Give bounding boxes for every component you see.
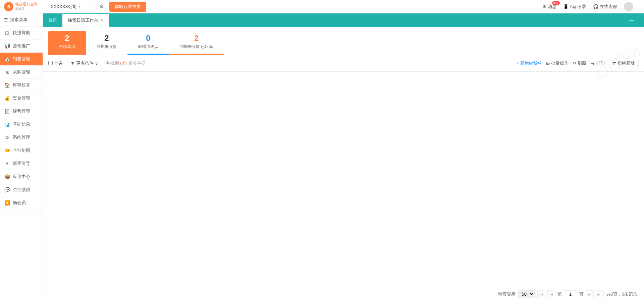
total-text: 共0页，0条记录 [606, 291, 637, 297]
online-service-label: 在线客服 [600, 4, 617, 10]
sidebar-item-purchase[interactable]: 🛍 采购管理 [0, 66, 43, 79]
sidebar-item-label: 基础信息 [13, 121, 30, 127]
sidebar-item-marketing[interactable]: 📢 营销推广 [0, 40, 43, 53]
pagination-bar: 每页显示 50 |◀ ◀ 第 页 ▶ ▶| 共0页，0条记录 [43, 286, 644, 302]
sidebar-search[interactable]: ☰ 搜索菜单 [0, 13, 43, 26]
page-suffix: 页 [579, 291, 584, 297]
logo-sub: 标准版 [15, 7, 38, 11]
tab-home[interactable]: 首页 [43, 13, 62, 27]
marketing-icon: 📢 [4, 43, 10, 49]
sidebar-item-system[interactable]: ⚙ 系统管理 [0, 131, 43, 144]
sidebar-item-member[interactable]: 🔽 畅会员 [0, 196, 43, 209]
sidebar-item-quick-nav[interactable]: ⊟ 快捷导航 [0, 26, 43, 40]
refresh-button[interactable]: ↺ 刷新 [573, 60, 586, 66]
layout: ☰ 搜索菜单 ⊟ 快捷导航 📢 营销推广 🏠 销售管理 🛍 采购管理 🏠 库存核… [0, 13, 644, 302]
search-label: 搜索菜单 [10, 17, 28, 23]
select-all-checkbox[interactable]: 全选 [48, 60, 63, 66]
per-page-label: 每页显示 [498, 291, 516, 297]
sidebar-item-finance[interactable]: 💰 资金管理 [0, 92, 43, 105]
basic-info-icon: 📊 [4, 122, 10, 127]
tab-workbench[interactable]: 钱货日清工作台 ✕ [62, 13, 109, 27]
trial-button[interactable]: 体验行业方案 [109, 2, 146, 12]
sidebar-item-enterprise[interactable]: 🤝 企业协同 [0, 144, 43, 157]
operations-icon: 📋 [4, 109, 10, 114]
refresh-label: 刷新 [578, 60, 586, 66]
sidebar-item-basic-info[interactable]: 📊 基础信息 [0, 118, 43, 131]
page-input[interactable] [564, 290, 577, 298]
first-page-button[interactable]: |◀ [537, 290, 545, 298]
enterprise-icon: 🤝 [4, 148, 10, 153]
system-icon: ⚙ [4, 135, 10, 140]
sidebar-item-sales[interactable]: 🏠 销售管理 [0, 53, 43, 66]
sidebar-item-label: 采购管理 [13, 69, 30, 75]
tab-expand-icon[interactable]: ⛶ [637, 17, 641, 23]
stat-tab-overdue[interactable]: 2 到期未收款 [86, 31, 127, 55]
last-page-button[interactable]: ▶| [596, 290, 604, 298]
filter-label: 更多条件 [76, 60, 94, 66]
finance-icon: 💰 [4, 96, 10, 101]
stats-tabs: 2 全部单据 2 到期未收款 0 旺辅待确认 2 到期未收款 已出库 [43, 27, 644, 55]
tab-minimize-icon[interactable]: — [629, 17, 634, 23]
filter-chevron-icon: ∨ [95, 61, 98, 66]
add-sales-order-button[interactable]: + 新增销货单 [516, 60, 542, 66]
page-label: 第 [557, 291, 562, 297]
online-service-button[interactable]: 🎧 在线客服 [593, 4, 617, 10]
filter-button[interactable]: ▼ 更多条件 ∨ [67, 59, 102, 68]
batch-label: 批量操作 [551, 60, 569, 66]
download-icon: 📱 [563, 4, 569, 9]
found-suffix: 相关单据 [128, 61, 146, 66]
switch-version-button[interactable]: ⇄ 切换新版 [609, 59, 639, 68]
sidebar-item-label: 经营管理 [13, 108, 30, 114]
stat-all-label: 全部单据 [59, 44, 75, 50]
sidebar-item-label: 系统管理 [13, 134, 30, 140]
top-header: 6 畅捷通好生意 标准版 XXXXXX公司 ▾ ⚙ 体验行业方案 ✉ 消息 99… [0, 0, 644, 13]
sidebar-item-label: 企业协同 [13, 147, 30, 154]
batch-operation-button[interactable]: ⊞ 批量操作 [546, 60, 569, 66]
sidebar-item-app-center[interactable]: 📦 应用中心 [0, 170, 43, 183]
toolbar-right: + 新增销货单 ⊞ 批量操作 ↺ 刷新 🖨 打印 [516, 59, 639, 68]
switch-label: 切换新版 [618, 60, 635, 66]
stat-overdue-label: 到期未收款 [97, 44, 117, 50]
sidebar-item-wechat[interactable]: 💬 企业微信 [0, 183, 43, 196]
add-btn-label: 新增销货单 [520, 60, 542, 66]
select-all-label: 全选 [54, 60, 63, 66]
message-button[interactable]: ✉ 消息 99+ [543, 4, 556, 10]
logo-area: 6 畅捷通好生意 标准版 [4, 2, 47, 11]
found-text: 共找到 0条 相关单据 [106, 60, 146, 66]
stat-overdue-number: 2 [104, 34, 109, 43]
message-icon: ✉ [543, 4, 546, 9]
sidebar: ☰ 搜索菜单 ⊟ 快捷导航 📢 营销推广 🏠 销售管理 🛍 采购管理 🏠 库存核… [0, 13, 43, 302]
app-center-icon: 📦 [4, 174, 10, 179]
sidebar-item-guide[interactable]: 🖥 新手引导 [0, 157, 43, 170]
stat-all-number: 2 [65, 34, 69, 43]
filter-icon: ▼ [70, 61, 75, 66]
settings-gear-icon[interactable]: ⚙ [97, 2, 107, 12]
prev-page-button[interactable]: ◀ [547, 290, 555, 298]
app-download-label: App下载 [570, 4, 586, 10]
stat-shipped-label: 到期未收款 已出库 [180, 44, 213, 50]
next-page-button[interactable]: ▶ [586, 290, 594, 298]
table-area: OfTEn [43, 72, 644, 286]
found-count: 0条 [120, 61, 127, 66]
refresh-icon: ↺ [573, 61, 576, 66]
quick-nav-icon: ⊟ [4, 30, 10, 36]
app-download-button[interactable]: 📱 App下载 [563, 4, 586, 10]
guide-icon: 🖥 [4, 161, 10, 166]
stat-tab-all[interactable]: 2 全部单据 [48, 31, 86, 55]
sidebar-item-operations[interactable]: 📋 经营管理 [0, 105, 43, 118]
search-icon: ☰ [4, 17, 8, 22]
per-page-select[interactable]: 50 [518, 290, 535, 298]
select-all-input[interactable] [48, 61, 53, 65]
stat-tab-wangpu[interactable]: 0 旺辅待确认 [127, 31, 169, 55]
switch-icon: ⇄ [612, 61, 616, 66]
print-button[interactable]: 🖨 打印 [590, 60, 605, 66]
sidebar-item-label: 新手引导 [13, 161, 30, 167]
sidebar-item-label: 销售管理 [13, 56, 30, 62]
stat-tab-shipped[interactable]: 2 到期未收款 已出库 [169, 31, 224, 55]
sales-icon: 🏠 [4, 56, 10, 62]
tab-close-icon[interactable]: ✕ [100, 18, 104, 23]
sidebar-item-inventory[interactable]: 🏠 库存核算 [0, 79, 43, 92]
company-selector[interactable]: XXXXXX公司 ▾ [47, 2, 94, 11]
sidebar-item-label: 资金管理 [13, 95, 30, 101]
avatar[interactable] [624, 2, 633, 11]
